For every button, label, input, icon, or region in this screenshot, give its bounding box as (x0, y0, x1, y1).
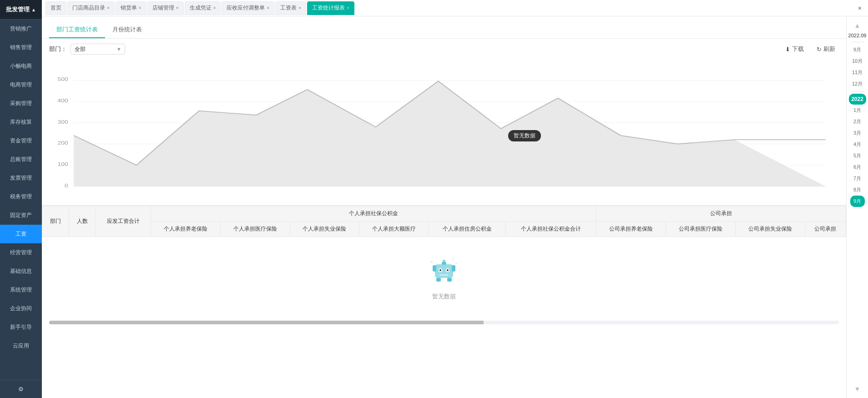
col-p-medical: 个人承担医疗保险 (220, 222, 290, 237)
timeline-month-jul[interactable]: 7月 (847, 173, 868, 184)
tab-product-catalog[interactable]: 门店商品目录× (67, 1, 115, 15)
col-count: 人数 (69, 206, 96, 237)
timeline-down-icon[interactable]: ▼ (853, 383, 863, 394)
sidebar-item-tax[interactable]: 税务管理 (0, 187, 42, 206)
refresh-button[interactable]: ↻ 刷新 (813, 43, 839, 55)
sidebar-item-payroll[interactable]: 工资 (0, 225, 42, 243)
download-label: 下载 (792, 45, 804, 53)
sidebar-item-enterprise[interactable]: 企业协同 (0, 299, 42, 318)
tab-close-voucher[interactable]: × (213, 5, 216, 10)
svg-rect-14 (433, 265, 436, 272)
timeline-month-oct[interactable]: 10月 (847, 55, 868, 67)
timeline-month-mar[interactable]: 3月 (847, 127, 868, 139)
sidebar-item-system[interactable]: 系统管理 (0, 281, 42, 299)
col-p-unemployment: 个人承担失业保险 (290, 222, 359, 237)
sidebar-item-ecommerce[interactable]: 电商管理 (0, 76, 42, 94)
tab-close-product-catalog[interactable]: × (107, 5, 110, 10)
timeline-panel: ▲ 2022.09 9月 10月 11月 12月 2022 1月 2月 3月 4… (846, 16, 868, 398)
toolbar-left: 部门： 全部 ▼ (49, 44, 125, 55)
sidebar-item-marketing[interactable]: 营销推广 (0, 20, 42, 38)
timeline-month-nov[interactable]: 11月 (847, 67, 868, 78)
sub-tabs-container: 部门工资统计表月份统计表 (49, 22, 149, 38)
sidebar-item-fixed-assets[interactable]: 固定资产 (0, 206, 42, 225)
sidebar-items: 营销推广销售管理小畅电商电商管理采购管理库存核算资金管理总账管理发票管理税务管理… (0, 20, 42, 355)
tab-label-sales-order: 销货单 (121, 4, 137, 12)
col-p-housing-fund: 个人承担住房公积金 (429, 222, 505, 237)
svg-marker-12 (74, 81, 826, 186)
sidebar-item-cloud[interactable]: 云应用 (0, 337, 42, 355)
tab-label-product-catalog: 门店商品目录 (72, 4, 105, 12)
tab-store-mgmt[interactable]: 店铺管理× (147, 1, 184, 15)
timeline-month-dec[interactable]: 12月 (847, 78, 868, 90)
timeline-month-apr[interactable]: 4月 (847, 139, 868, 150)
svg-point-26 (456, 263, 457, 264)
svg-text:300: 300 (58, 119, 68, 125)
sidebar-item-ledger[interactable]: 总账管理 (0, 150, 42, 169)
tab-sales-order[interactable]: 销货单× (116, 1, 146, 15)
sidebar-item-purchase[interactable]: 采购管理 (0, 94, 42, 113)
svg-rect-20 (439, 274, 449, 276)
tab-label-store-mgmt: 店铺管理 (152, 4, 174, 12)
timeline-month-feb[interactable]: 2月 (847, 116, 868, 127)
tab-bar: 首页门店商品目录×销货单×店铺管理×生成凭证×应收应付调整单×工资表×工资统计报… (42, 0, 868, 16)
sidebar-item-ecommerce-small[interactable]: 小畅电商 (0, 57, 42, 76)
chart-container: 0 100 200 300 400 500 (42, 60, 846, 205)
svg-point-25 (431, 261, 433, 263)
tab-close-payroll-report[interactable]: × (347, 5, 349, 10)
main-area: 首页门店商品目录×销货单×店铺管理×生成凭证×应收应付调整单×工资表×工资统计报… (42, 0, 868, 398)
sidebar-item-sales[interactable]: 销售管理 (0, 38, 42, 57)
svg-text:100: 100 (58, 162, 68, 167)
sidebar-item-finance[interactable]: 资金管理 (0, 131, 42, 150)
dept-select[interactable]: 全部 (71, 44, 125, 55)
col-total-wage: 应发工资合计 (96, 206, 151, 237)
timeline-month-may[interactable]: 5月 (847, 150, 868, 161)
empty-label: 暂无数据 (432, 292, 456, 301)
sidebar-footer[interactable]: ⚙ (0, 380, 42, 398)
sidebar-item-inventory[interactable]: 库存核算 (0, 113, 42, 131)
bottom-scrollbar[interactable] (49, 321, 839, 324)
timeline-up-icon[interactable]: ▲ (853, 20, 863, 31)
timeline-month-sep2022[interactable]: 9月 (847, 44, 868, 55)
svg-point-18 (439, 269, 441, 271)
timeline-divider-top (851, 42, 864, 42)
timeline-month-jan[interactable]: 1月 (847, 105, 868, 116)
sub-tab-monthly-stats[interactable]: 月份统计表 (105, 22, 149, 38)
sidebar-header[interactable]: 批发管理 ▲ (0, 0, 42, 20)
svg-text:500: 500 (58, 77, 68, 82)
sidebar-item-basic[interactable]: 基础信息 (0, 262, 42, 281)
svg-rect-24 (447, 278, 452, 282)
col-c-medical: 公司承担医疗保险 (666, 222, 736, 237)
tab-label-voucher: 生成凭证 (190, 4, 212, 12)
download-button[interactable]: ⬇ 下载 (782, 43, 807, 55)
close-all-button[interactable]: × (855, 4, 864, 13)
timeline-year-2022[interactable]: 2022 (849, 94, 866, 105)
col-p-major-medical: 个人承担大额医疗 (359, 222, 429, 237)
settings-icon[interactable]: ⚙ (18, 386, 24, 393)
tab-payroll-table[interactable]: 工资表× (275, 1, 306, 15)
no-data-tooltip: 暂无数据 (508, 130, 541, 141)
timeline-month-jun[interactable]: 6月 (847, 161, 868, 173)
svg-text:0: 0 (65, 183, 68, 188)
col-c-pension: 公司承担养老保险 (596, 222, 666, 237)
tab-payroll-report[interactable]: 工资统计报表× (307, 1, 354, 15)
no-data-label: 暂无数据 (514, 132, 535, 139)
tab-close-ar-ap[interactable]: × (267, 5, 269, 10)
sub-tab-bar: 部门工资统计表月份统计表 (42, 16, 846, 39)
tab-ar-ap[interactable]: 应收应付调整单× (222, 1, 274, 15)
svg-text:400: 400 (58, 98, 68, 104)
sub-tab-dept-stats[interactable]: 部门工资统计表 (49, 22, 105, 38)
tab-close-payroll-table[interactable]: × (298, 5, 301, 10)
col-p-pension: 个人承担养老保险 (151, 222, 220, 237)
tab-home[interactable]: 首页 (45, 1, 66, 15)
tab-close-sales-order[interactable]: × (139, 5, 141, 10)
svg-point-22 (443, 260, 445, 262)
sidebar-item-invoice[interactable]: 发票管理 (0, 169, 42, 187)
col-c-other: 公司承担 (805, 222, 846, 237)
tab-close-store-mgmt[interactable]: × (176, 5, 179, 10)
timeline-month-sep-active[interactable]: 9月 (850, 196, 865, 207)
sidebar-item-operations[interactable]: 经营管理 (0, 243, 42, 262)
sidebar-item-guide[interactable]: 新手引导 (0, 318, 42, 337)
timeline-month-aug[interactable]: 8月 (847, 184, 868, 196)
tab-voucher[interactable]: 生成凭证× (185, 1, 221, 15)
tab-label-ar-ap: 应收应付调整单 (227, 4, 265, 12)
